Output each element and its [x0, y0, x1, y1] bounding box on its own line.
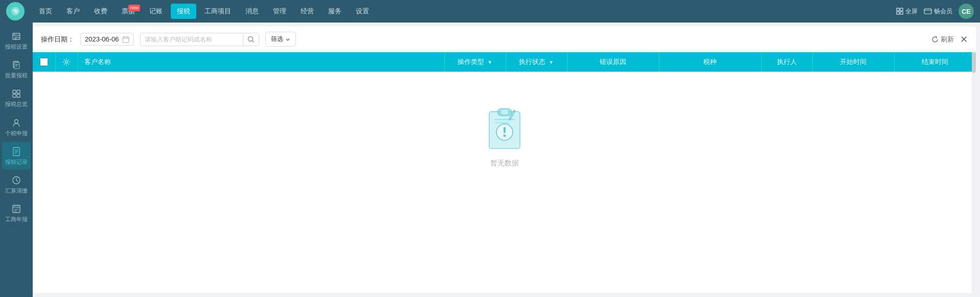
svg-line-39: [252, 40, 254, 43]
svg-rect-18: [13, 94, 16, 97]
chevron-down-icon: [285, 37, 290, 42]
th-executor: 执行人: [761, 52, 812, 72]
content-area: 操作日期： 2023-06-06: [33, 27, 976, 293]
sidebar-label-annual-report: 工商年报: [5, 216, 28, 223]
filter-label: 筛选: [271, 35, 283, 44]
date-value: 2023-06-06: [85, 35, 119, 43]
th-client-name: 客户名称: [78, 52, 444, 72]
avatar[interactable]: CE: [959, 4, 974, 19]
svg-rect-5: [924, 9, 931, 14]
svg-rect-16: [13, 90, 16, 93]
th-end-time: 结束时间: [894, 52, 976, 72]
svg-rect-17: [17, 90, 20, 93]
sidebar: 报税设置 批量报税 报税总览: [0, 23, 33, 297]
nav-item-business[interactable]: 工商项目: [198, 4, 237, 19]
refresh-label: 刷新: [941, 35, 954, 44]
svg-point-38: [248, 36, 253, 41]
overview-icon: [11, 88, 22, 99]
svg-line-27: [16, 180, 18, 182]
op-type-filter-icon[interactable]: ▼: [487, 59, 492, 65]
empty-text: 暂无数据: [490, 159, 519, 168]
exec-status-filter-icon[interactable]: ▼: [549, 59, 554, 65]
search-button[interactable]: [243, 33, 259, 46]
nav-item-home[interactable]: 首页: [33, 4, 58, 19]
gear-icon: [11, 31, 22, 42]
person-icon: [11, 117, 22, 129]
nav-item-accounting[interactable]: 记账: [143, 4, 169, 19]
settlement-icon: [11, 175, 22, 186]
svg-rect-34: [123, 37, 129, 43]
svg-point-20: [15, 119, 18, 123]
sidebar-label-batch-tax: 批量报税: [5, 72, 28, 79]
svg-rect-3: [897, 12, 899, 14]
sidebar-item-batch-tax[interactable]: 批量报税: [2, 55, 31, 83]
empty-illustration: [479, 102, 530, 159]
nav-item-tax[interactable]: 报税: [171, 4, 196, 19]
svg-rect-28: [13, 205, 20, 213]
svg-rect-50: [494, 119, 515, 120]
member-label: 畅会员: [934, 7, 952, 16]
sidebar-item-tax-record[interactable]: 报税记录: [2, 142, 31, 169]
app-logo[interactable]: [6, 2, 25, 20]
select-all-checkbox[interactable]: [40, 58, 48, 66]
svg-rect-2: [900, 8, 903, 11]
nav-item-service[interactable]: 服务: [322, 4, 348, 19]
column-settings-button[interactable]: [62, 58, 72, 66]
sidebar-item-personal-tax[interactable]: 个税申报: [2, 113, 31, 141]
fullscreen-button[interactable]: 全屏: [896, 7, 918, 16]
svg-rect-51: [494, 122, 510, 123]
sidebar-label-settlement: 汇算清缴: [5, 187, 28, 194]
search-input[interactable]: [141, 33, 243, 46]
scroll-thumb[interactable]: [972, 52, 976, 73]
th-tax-type: 税种: [659, 52, 761, 72]
empty-state: 暂无数据: [33, 72, 976, 188]
nav-item-billing[interactable]: 收费: [88, 4, 113, 19]
toolbar-right: 刷新 ✕: [931, 35, 968, 44]
nav-item-management[interactable]: 管理: [267, 4, 292, 19]
svg-point-9: [14, 34, 15, 35]
sidebar-item-annual-report[interactable]: 工商年报: [2, 199, 31, 227]
sidebar-item-tax-settings[interactable]: 报税设置: [2, 27, 31, 54]
refresh-button[interactable]: 刷新: [931, 35, 954, 44]
date-picker[interactable]: 2023-06-06: [80, 33, 134, 46]
search-wrap: [140, 33, 259, 46]
th-checkbox: [33, 52, 55, 72]
filter-button[interactable]: 筛选: [265, 32, 296, 47]
th-error-reason: 错误原因: [567, 52, 659, 72]
new-badge: new: [128, 5, 140, 11]
top-navigation: 首页 客户 收费 票据 new 记账 报税 工商项目 消息 管理 经营 服务 设…: [0, 0, 980, 23]
main-layout: 报税设置 批量报税 报税总览: [0, 23, 980, 297]
th-op-type: 操作类型 ▼: [444, 52, 506, 72]
calendar-icon: [122, 36, 129, 43]
nav-item-settings[interactable]: 设置: [350, 4, 375, 19]
svg-rect-10: [14, 37, 18, 37]
nav-items: 首页 客户 收费 票据 new 记账 报税 工商项目 消息 管理 经营 服务 设…: [33, 4, 896, 19]
svg-rect-48: [504, 127, 506, 133]
nav-item-customer[interactable]: 客户: [60, 4, 86, 19]
svg-rect-19: [17, 94, 20, 97]
sidebar-item-settlement[interactable]: 汇算清缴: [2, 171, 31, 198]
sidebar-label-tax-settings: 报税设置: [5, 44, 28, 50]
data-table: 客户名称 操作类型 ▼ 执行状态 ▼ 错误原因: [33, 52, 976, 188]
nav-item-message[interactable]: 消息: [239, 4, 265, 19]
record-icon: [11, 146, 22, 157]
search-icon: [247, 36, 255, 43]
scrollbar[interactable]: [972, 52, 976, 293]
member-button[interactable]: 畅会员: [924, 7, 952, 16]
date-label: 操作日期：: [41, 35, 74, 44]
nav-item-invoice[interactable]: 票据 new: [116, 4, 141, 19]
close-button[interactable]: ✕: [960, 35, 968, 44]
sidebar-label-personal-tax: 个税申报: [5, 130, 28, 137]
svg-point-49: [503, 135, 506, 137]
th-exec-status: 执行状态 ▼: [506, 52, 567, 72]
annual-icon: [11, 203, 22, 215]
svg-rect-13: [14, 62, 19, 69]
top-nav-right: 全屏 畅会员 CE: [896, 4, 974, 19]
svg-point-0: [14, 10, 16, 12]
batch-icon: [11, 59, 22, 71]
sidebar-item-tax-overview[interactable]: 报税总览: [2, 84, 31, 112]
nav-item-operation[interactable]: 经营: [294, 4, 320, 19]
svg-rect-1: [897, 8, 899, 11]
th-settings: [55, 52, 78, 72]
svg-point-40: [65, 61, 68, 63]
